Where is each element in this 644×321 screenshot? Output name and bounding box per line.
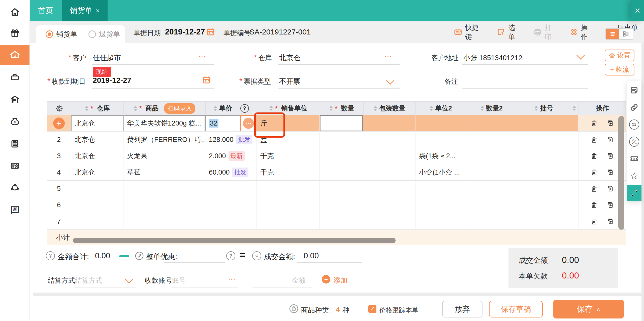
cell-batch-no[interactable] xyxy=(517,148,570,164)
coupon-button[interactable]: ¥ xyxy=(627,151,641,167)
cell-quantity[interactable] xyxy=(320,164,363,181)
cell-quantity[interactable] xyxy=(320,132,363,148)
sort-arrows-icon[interactable] xyxy=(269,106,273,111)
cell-product[interactable]: 华美华夫软饼1200g 糕... xyxy=(123,115,205,132)
address-value[interactable]: 小张 18513401212 xyxy=(463,53,522,63)
cell-unit2[interactable] xyxy=(415,132,466,148)
cell-warehouse[interactable]: 北京仓 xyxy=(71,164,123,181)
cell-price[interactable] xyxy=(205,197,257,213)
cell-product[interactable]: 火龙果 xyxy=(123,148,205,164)
quantity-input[interactable] xyxy=(320,115,363,131)
cell-price[interactable]: 128.000批发 xyxy=(205,132,257,148)
vertical-scrollbar[interactable] xyxy=(618,116,624,230)
account-more-icon[interactable]: ⋯ xyxy=(228,274,236,283)
add-row-button[interactable]: + xyxy=(47,115,71,132)
cell-product[interactable]: 费列罗（FERRERO）巧... xyxy=(123,132,205,148)
sidebar-item-network[interactable] xyxy=(0,177,29,197)
column-batch-no[interactable]: 批号 xyxy=(517,102,570,115)
cell-batch-no[interactable] xyxy=(517,164,570,181)
save-draft-button[interactable]: 保存草稿 xyxy=(489,301,543,317)
sort-arrows-icon[interactable] xyxy=(374,106,377,111)
copy-row-icon[interactable] xyxy=(607,185,614,192)
customer-value[interactable]: 佳佳超市 xyxy=(93,53,121,63)
sort-arrows-icon[interactable] xyxy=(85,106,88,111)
cell-sale-unit[interactable]: 千克 xyxy=(257,164,320,181)
sort-arrows-icon[interactable] xyxy=(134,106,137,111)
sort-arrows-icon[interactable] xyxy=(534,106,538,111)
cell-quantity2[interactable] xyxy=(466,213,517,230)
add-payment-icon[interactable]: + xyxy=(322,275,330,284)
shortcut-keys-button[interactable]: 快捷键 xyxy=(454,23,485,41)
cell-batch-no[interactable] xyxy=(517,132,570,148)
cell-quantity2[interactable] xyxy=(466,115,517,132)
cell-package-qty[interactable] xyxy=(363,115,415,132)
account-placeholder[interactable]: 账号 xyxy=(172,276,186,285)
sidebar-item-new[interactable]: 新 xyxy=(0,199,29,220)
cell-package-qty[interactable] xyxy=(363,197,415,213)
sidebar-item-gift[interactable] xyxy=(0,23,29,43)
cell-product[interactable]: 草莓 xyxy=(123,164,205,181)
cell-price[interactable] xyxy=(205,213,257,230)
invoice-chevron-down-icon[interactable] xyxy=(386,76,394,85)
expand-button[interactable] xyxy=(627,185,641,201)
cell-warehouse[interactable] xyxy=(71,197,123,213)
column-unit2[interactable]: 单位2 xyxy=(416,102,466,115)
delete-row-icon[interactable] xyxy=(591,152,598,159)
cell-price[interactable] xyxy=(205,181,257,197)
sidebar-item-purchase[interactable] xyxy=(0,67,29,87)
cell-quantity2[interactable] xyxy=(466,164,517,181)
tab-sales-order[interactable]: 销货单 × xyxy=(62,0,108,21)
copy-row-icon[interactable] xyxy=(607,202,614,209)
cell-product[interactable] xyxy=(123,197,205,213)
delete-row-icon[interactable] xyxy=(591,218,598,225)
cell-package-qty[interactable] xyxy=(363,148,415,164)
sort-arrows-icon[interactable] xyxy=(572,106,576,111)
price-track-checkbox[interactable]: ✓ xyxy=(368,305,376,313)
print-button[interactable]: 打印 xyxy=(533,23,558,41)
sidebar-item-sales[interactable]: $ xyxy=(0,45,29,65)
help-circle-icon[interactable]: ? xyxy=(226,251,235,260)
cell-batch-no[interactable] xyxy=(517,197,570,213)
radio-return-order[interactable]: 退货单 xyxy=(88,29,120,39)
copy-row-icon[interactable] xyxy=(607,218,614,225)
cell-unit2[interactable] xyxy=(415,181,466,197)
settle-method-placeholder[interactable]: 结算方式 xyxy=(75,276,102,285)
column-package-qty[interactable]: 包装数量 xyxy=(364,102,416,115)
scan-entry-button[interactable]: 扫码录入 xyxy=(164,103,195,114)
delete-row-icon[interactable] xyxy=(591,202,598,209)
column-settings[interactable] xyxy=(47,102,71,115)
cell-quantity[interactable] xyxy=(320,197,363,213)
debt-button[interactable]: 欠 xyxy=(627,134,641,149)
link-button[interactable] xyxy=(627,100,641,115)
cell-warehouse[interactable]: 北京仓 xyxy=(71,132,123,148)
close-icon[interactable]: × xyxy=(631,0,644,21)
delete-row-icon[interactable] xyxy=(591,136,598,143)
column-quantity2[interactable]: 数量2 xyxy=(466,102,517,115)
cell-quantity2[interactable] xyxy=(466,148,517,164)
cell-warehouse[interactable] xyxy=(71,181,123,197)
sidebar-item-inventory[interactable] xyxy=(0,89,29,109)
favorite-button[interactable]: ☆ xyxy=(627,168,641,184)
cell-price[interactable]: 60.000批发 xyxy=(205,164,257,181)
tab-close-icon[interactable]: × xyxy=(96,7,100,15)
cell-batch-no[interactable] xyxy=(517,181,570,197)
sort-arrows-icon[interactable] xyxy=(430,106,433,111)
amount-placeholder[interactable]: 金额 xyxy=(292,276,306,285)
cell-package-qty[interactable] xyxy=(363,132,415,148)
sidebar-item-reports[interactable] xyxy=(0,134,29,154)
calendar-icon[interactable] xyxy=(206,27,215,36)
cell-product[interactable] xyxy=(123,213,205,230)
copy-row-icon[interactable] xyxy=(607,152,614,159)
cell-package-qty[interactable] xyxy=(363,181,415,197)
cell-sale-unit[interactable] xyxy=(257,181,320,197)
copy-row-icon[interactable] xyxy=(607,169,614,176)
add-payment-label[interactable]: 添加 xyxy=(333,275,347,285)
due-calendar-icon[interactable] xyxy=(202,75,211,85)
doc-date-value[interactable]: 2019-12-27 xyxy=(165,27,205,36)
column-product[interactable]: *商品 扫码录入 xyxy=(124,102,206,115)
cell-price[interactable]: 32 ⋯ xyxy=(205,115,257,132)
delete-row-icon[interactable] xyxy=(591,120,598,127)
cell-quantity[interactable] xyxy=(320,115,363,132)
warehouse-more-icon[interactable]: ⋯ xyxy=(384,52,392,60)
operations-button[interactable]: 操作 xyxy=(570,23,594,41)
